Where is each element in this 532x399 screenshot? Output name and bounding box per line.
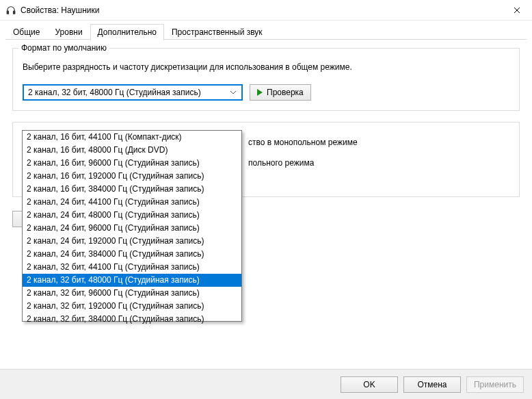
dialog-footer: OK Отмена Применить <box>0 369 532 399</box>
apply-label: Применить <box>474 380 516 389</box>
test-button-label: Проверка <box>267 88 304 97</box>
play-icon <box>257 89 263 96</box>
group-default-format: Формат по умолчанию Выберите разрядность… <box>12 48 520 111</box>
format-option[interactable]: 2 канал, 24 бит, 384000 Гц (Студийная за… <box>23 248 241 261</box>
format-option[interactable]: 2 канал, 16 бит, 96000 Гц (Студийная зап… <box>23 157 241 170</box>
exclusive-line1-partial: ство в монопольном режиме <box>248 135 509 150</box>
format-combobox[interactable]: 2 канал, 32 бит, 48000 Гц (Студийная зап… <box>23 84 243 101</box>
exclusive-line2-partial: польного режима <box>248 155 509 170</box>
titlebar: Свойства: Наушники <box>0 0 532 21</box>
tab-spatial[interactable]: Пространственный звук <box>164 24 270 40</box>
format-option[interactable]: 2 канал, 24 бит, 48000 Гц (Студийная зап… <box>23 209 241 222</box>
headphones-icon <box>5 5 16 16</box>
tab-general[interactable]: Общие <box>5 24 47 40</box>
format-dropdown-list[interactable]: 2 канал, 16 бит, 44100 Гц (Компакт-диск)… <box>22 130 242 322</box>
format-option[interactable]: 2 канал, 24 бит, 192000 Гц (Студийная за… <box>23 235 241 248</box>
test-button[interactable]: Проверка <box>250 84 311 101</box>
ok-button[interactable]: OK <box>341 376 398 393</box>
close-button[interactable] <box>501 0 532 21</box>
apply-button[interactable]: Применить <box>466 376 524 393</box>
format-option[interactable]: 2 канал, 32 бит, 192000 Гц (Студийная за… <box>23 300 241 313</box>
format-option[interactable]: 2 канал, 32 бит, 384000 Гц (Студийная за… <box>23 313 241 326</box>
format-option[interactable]: 2 канал, 16 бит, 192000 Гц (Студийная за… <box>23 170 241 183</box>
cancel-label: Отмена <box>417 380 447 389</box>
format-option[interactable]: 2 канал, 32 бит, 96000 Гц (Студийная зап… <box>23 287 241 300</box>
ok-label: OK <box>363 380 375 389</box>
format-option[interactable]: 2 канал, 24 бит, 44100 Гц (Студийная зап… <box>23 196 241 209</box>
format-option[interactable]: 2 канал, 24 бит, 96000 Гц (Студийная зап… <box>23 222 241 235</box>
format-option[interactable]: 2 канал, 32 бит, 44100 Гц (Студийная зап… <box>23 261 241 274</box>
format-description: Выберите разрядность и частоту дискретиз… <box>23 61 509 73</box>
window-title: Свойства: Наушники <box>21 5 501 15</box>
tab-strip: Общие Уровни Дополнительно Пространствен… <box>0 21 532 40</box>
cancel-button[interactable]: Отмена <box>403 376 461 393</box>
svg-rect-0 <box>7 11 8 14</box>
format-selected-value: 2 канал, 32 бит, 48000 Гц (Студийная зап… <box>28 88 228 97</box>
tab-advanced[interactable]: Дополнительно <box>90 24 164 40</box>
tab-levels[interactable]: Уровни <box>47 24 90 40</box>
format-option[interactable]: 2 канал, 16 бит, 48000 Гц (Диск DVD) <box>23 144 241 157</box>
format-option[interactable]: 2 канал, 16 бит, 384000 Гц (Студийная за… <box>23 183 241 196</box>
format-option[interactable]: 2 канал, 32 бит, 48000 Гц (Студийная зап… <box>23 274 241 287</box>
tab-underline <box>5 39 527 40</box>
group-legend: Формат по умолчанию <box>18 43 109 53</box>
format-option[interactable]: 2 канал, 16 бит, 44100 Гц (Компакт-диск) <box>23 131 241 144</box>
svg-rect-1 <box>14 11 15 14</box>
chevron-down-icon <box>228 91 239 94</box>
